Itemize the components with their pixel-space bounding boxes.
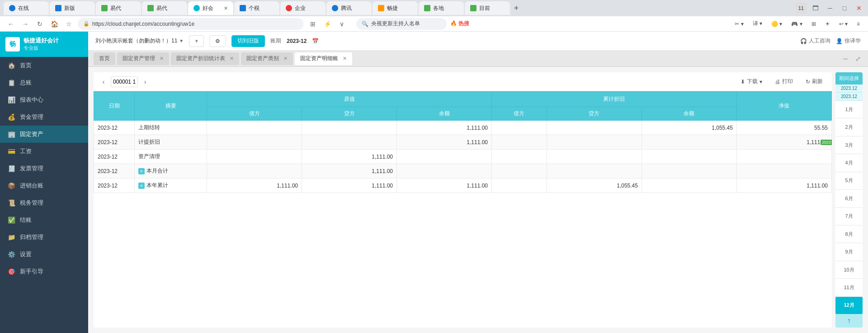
cell-orig-debit [207,164,302,178]
prev-page-button[interactable]: ‹ [99,77,108,86]
cell-summary: ≡ 本年累计 [135,178,207,193]
tab-close-icon[interactable]: ✕ [343,56,347,61]
restore-button[interactable]: 🗖 [810,3,821,14]
sidebar-item-settings[interactable]: ⚙️ 设置 [0,246,88,263]
refresh-browser-button[interactable]: ↻ [34,19,45,29]
sidebar-item-reports[interactable]: 📊 报表中心 [0,91,88,108]
sidebar-item-guide[interactable]: 🎯 新手引导 [0,263,88,280]
browser-tab-yidai1[interactable]: 易代 [96,1,141,15]
add-account-button[interactable]: + [189,35,204,47]
sidebar-item-purchase-sales[interactable]: 📦 进销台账 [0,177,88,194]
extensions-button[interactable]: ⊞ [307,19,318,29]
cell-acc-debit [492,178,547,193]
switch-version-button[interactable]: 切到旧版 [231,35,265,47]
calendar-icon[interactable]: 📅 [312,38,319,44]
month-item-6[interactable]: 6月 [835,190,863,207]
pager-input[interactable] [111,76,138,87]
tab-home[interactable]: 首页 [94,52,115,65]
print-button[interactable]: 🖨 打印 [771,76,797,87]
undo-tool[interactable]: ↩ ▾ [836,20,850,28]
home-button[interactable]: 🏠 [49,19,60,29]
sidebar-item-payroll[interactable]: 💳 工资 [0,143,88,160]
month-list: 1月 2月 3月 4月 5月 6月 7月 8月 9月 10月 11月 12月 [835,101,863,314]
sidebar-item-tax[interactable]: 📜 税务管理 [0,194,88,211]
month-item-12[interactable]: 12月 [835,297,863,314]
sidebar-item-funds[interactable]: 💰 资金管理 [0,108,88,126]
reports-icon: 📊 [7,96,15,104]
sidebar-item-fixed-assets[interactable]: 🏢 固定资产 [0,126,88,143]
browser-tab-haohui[interactable]: 好会 ✕ [188,1,233,15]
cut-tool[interactable]: ✂ ▾ [732,20,746,28]
forward-button[interactable]: → [20,19,31,29]
browser-tab-muqian[interactable]: 目前 [465,1,510,15]
wallet-tool[interactable]: 🟡 ▾ [769,20,785,28]
download-dropdown-icon: ▾ [760,79,762,85]
sidebar-item-home[interactable]: 🏠 首页 [0,57,88,74]
browser-tab-geshui[interactable]: 个税 [234,1,279,15]
tab-depreciation-stats[interactable]: 固定资产折旧统计表 ✕ [171,52,239,65]
download-button[interactable]: ⬇ 下载 ▾ [737,76,766,87]
col-acc-credit: 贷方 [547,107,642,121]
user-button[interactable]: 👤 徐译华 [836,37,861,45]
tab-close-icon[interactable]: ✕ [224,5,228,11]
hot-search-label[interactable]: 🔥 热搜 [450,20,469,28]
refresh-button[interactable]: ↻ 刷新 [802,76,826,87]
minimize-button[interactable]: ─ [825,3,835,14]
tab-asset-detail[interactable]: 固定资产明细账 ✕ [295,52,352,65]
panel-maximize-button[interactable]: ⤢ [854,54,863,63]
next-page-button[interactable]: › [141,77,150,86]
panel-minimize-button[interactable]: ─ [841,54,850,63]
month-item-3[interactable]: 3月 [835,136,863,154]
tab-fixed-assets-mgmt[interactable]: 固定资产管理 ✕ [117,52,169,65]
dropdown-button[interactable]: ∨ [336,19,347,29]
browser-tab-online[interactable]: 在线 [4,1,49,15]
translate-tool[interactable]: 译 ▾ [750,19,765,28]
sidebar-item-ledger[interactable]: 📋 总账 [0,74,88,91]
tab-close-icon[interactable]: ✕ [283,56,288,61]
month-item-4[interactable]: 4月 [835,154,863,172]
tab-label: 各地 [433,5,444,12]
sidebar-item-invoice[interactable]: 🧾 发票管理 [0,160,88,177]
new-tab-button[interactable]: + [511,3,522,14]
month-item-7[interactable]: 7月 [835,208,863,225]
help-button[interactable]: 🎧 人工咨询 [800,37,830,45]
sidebar-item-archive[interactable]: 📁 归档管理 [0,229,88,246]
lightning-button[interactable]: ⚡ [322,19,333,29]
tab-asset-category[interactable]: 固定资产类别 ✕ [241,52,293,65]
game-tool[interactable]: 🎮 ▾ [788,20,805,28]
month-item-5[interactable]: 5月 [835,172,863,190]
grid-tool[interactable]: ⊞ [809,20,819,28]
scroll-up-button[interactable]: ↑ [835,314,863,328]
browser-tab-changjie[interactable]: 畅捷 [373,1,418,15]
browser-tab-gedi[interactable]: 各地 [419,1,464,15]
menu-tool[interactable]: ≡ [854,20,863,28]
tab-label: 在线 [18,5,29,12]
month-item-2[interactable]: 2月 [835,118,863,136]
cell-net-value [736,164,831,178]
tab-close-icon[interactable]: ✕ [230,56,234,61]
tab-label: 易代 [110,5,121,12]
funds-icon: 💰 [7,113,15,121]
browser-tab-qiye[interactable]: 企业 [280,1,326,15]
browser-tab-new[interactable]: 新版 [50,1,95,15]
tab-close-icon[interactable]: ✕ [160,56,164,61]
month-item-8[interactable]: 8月 [835,225,863,243]
browser-search-box[interactable]: 🔍 央视更新主持人名单 [356,18,447,30]
brightness-tool[interactable]: ☀ [822,20,833,28]
browser-tab-tengxun[interactable]: 腾讯 [326,1,372,15]
browser-tab-yidai2[interactable]: 易代 [142,1,187,15]
month-item-11[interactable]: 11月 [835,279,863,296]
bookmark-button[interactable]: ☆ [63,19,74,29]
address-bar[interactable]: 🔒 https://cloud.chanjet.com/accounting/u… [78,18,304,30]
tax-icon: 📜 [7,199,15,207]
maximize-button[interactable]: □ [839,3,850,14]
back-button[interactable]: ← [5,19,16,29]
month-item-1[interactable]: 1月 [835,101,863,118]
sidebar-item-close-period[interactable]: ✅ 结账 [0,211,88,229]
month-item-9[interactable]: 9月 [835,243,863,261]
account-selector[interactable]: 刘小艳演示账套（勿删勿动！）11 ▼ [95,37,184,45]
account-dropdown-icon: ▼ [179,38,184,43]
window-close-button[interactable]: ✕ [854,3,864,14]
settings-small-button[interactable]: ⚙ [209,35,226,47]
month-item-10[interactable]: 10月 [835,261,863,279]
